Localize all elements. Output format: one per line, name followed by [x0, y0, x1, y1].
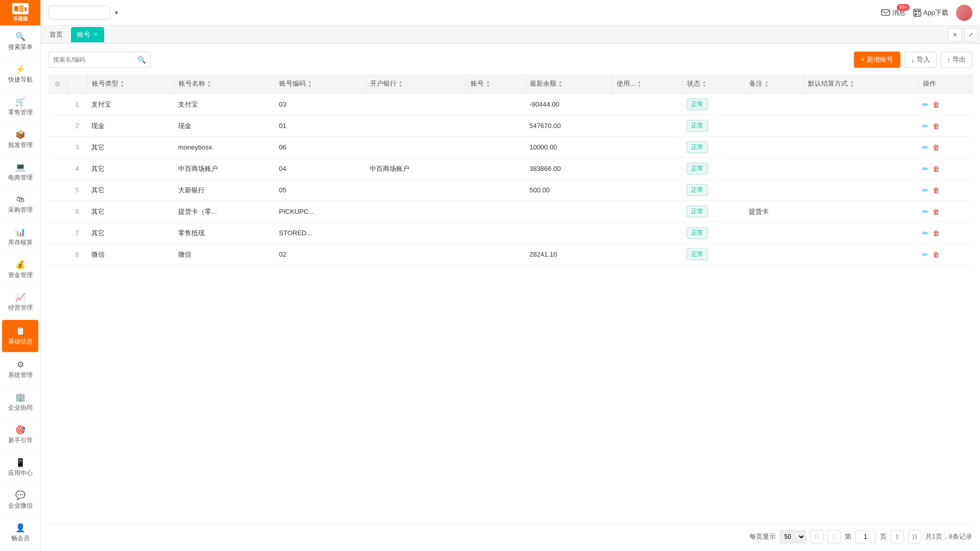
close-tab-button[interactable]: ✕: [948, 28, 962, 41]
import-button[interactable]: ↓ 导入: [904, 52, 937, 68]
edit-button-6[interactable]: ✏: [922, 229, 928, 237]
search-icon[interactable]: 🔍: [137, 56, 146, 64]
sidebar-item-ecommerce[interactable]: 💻电商管理: [0, 156, 40, 189]
delete-button-1[interactable]: 🗑: [933, 122, 940, 130]
sidebar-item-guide[interactable]: 🎯新手引导: [0, 419, 40, 452]
sidebar-item-member[interactable]: 👤畅会员: [0, 517, 40, 549]
th-type[interactable]: 账号类型▲▼: [87, 74, 174, 94]
row-remark-6: [745, 222, 804, 244]
row-action-4: ✏ 🗑: [918, 180, 972, 201]
sidebar-item-search[interactable]: 🔍搜索菜单: [0, 26, 40, 58]
sidebar-item-inventory[interactable]: 📊库存核算: [0, 221, 40, 254]
sidebar-item-appcenter[interactable]: 📱应用中心: [0, 452, 40, 484]
edit-button-2[interactable]: ✏: [922, 143, 928, 152]
last-page-button[interactable]: ⟩⟩: [908, 530, 921, 543]
settings-icon[interactable]: ⚙: [55, 80, 61, 88]
topbar-right: 消息 99+ App下载: [881, 5, 972, 21]
sidebar-icon-guide: 🎯: [3, 425, 38, 435]
sidebar-item-quick[interactable]: ⚡快捷导航: [0, 58, 40, 91]
status-badge-2: 正常: [687, 141, 708, 153]
sidebar-item-wholesale[interactable]: 📦批发管理: [0, 123, 40, 156]
th-usage[interactable]: 使用...▲▼: [612, 74, 682, 94]
delete-button-2[interactable]: 🗑: [933, 143, 940, 152]
sidebar-item-system[interactable]: ⚙系统管理: [0, 354, 40, 386]
row-payment-3: [804, 158, 919, 180]
delete-button-5[interactable]: 🗑: [933, 208, 940, 216]
row-num-6: 7: [67, 222, 87, 244]
row-balance-0: -90444.00: [525, 94, 612, 115]
message-button[interactable]: 消息 99+: [881, 8, 905, 17]
account-table-wrap: ⚙ 账号类型▲▼ 账号名称▲▼ 账号编码▲▼ 开户银行▲▼ 账号▲▼ 最新余额▲…: [48, 74, 972, 520]
edit-button-3[interactable]: ✏: [922, 165, 928, 173]
edit-button-4[interactable]: ✏: [922, 186, 928, 194]
user-avatar[interactable]: [956, 5, 972, 21]
row-balance-2: 10000.00: [525, 137, 612, 158]
topbar-left: ▾: [48, 6, 118, 20]
svg-rect-8: [918, 13, 919, 14]
row-type-3: 其它: [87, 158, 174, 180]
row-balance-1: 547670.00: [525, 115, 612, 137]
prev-page-button[interactable]: ⟨: [827, 530, 841, 543]
row-code-7: 02: [275, 244, 366, 265]
tab-account[interactable]: 账号✕: [71, 27, 104, 42]
svg-rect-2: [24, 7, 27, 11]
export-button[interactable]: ↑ 导出: [941, 52, 973, 68]
sidebar-item-basic[interactable]: 📋基础信息: [2, 320, 38, 353]
row-settings-6: [48, 222, 67, 244]
status-badge-3: 正常: [687, 163, 708, 174]
row-name-4: 大新银行: [174, 180, 275, 201]
sidebar-item-finance[interactable]: 💰资金管理: [0, 254, 40, 286]
row-status-7: 正常: [682, 244, 745, 265]
topbar-dropdown[interactable]: ▾: [115, 9, 118, 16]
sidebar-item-retail[interactable]: 🛒零售管理: [0, 91, 40, 123]
page-size-select[interactable]: 50 20 100: [780, 530, 806, 543]
th-payment[interactable]: 默认结算方式▲▼: [804, 74, 919, 94]
row-status-6: 正常: [682, 222, 745, 244]
th-status[interactable]: 状态▲▼: [682, 74, 745, 94]
edit-button-0[interactable]: ✏: [922, 101, 928, 109]
th-code[interactable]: 账号编码▲▼: [275, 74, 366, 94]
row-status-0: 正常: [682, 94, 745, 115]
message-badge: 99+: [897, 4, 910, 11]
row-usage-5: [612, 201, 682, 222]
th-settings: ⚙: [48, 74, 67, 94]
delete-button-6[interactable]: 🗑: [933, 229, 940, 237]
table-row: 7 其它 零售抵现 STORED... 正常 ✏ 🗑: [48, 222, 972, 244]
sidebar-item-enterprise[interactable]: 🏢企业协同: [0, 386, 40, 419]
topbar-search-input[interactable]: [48, 6, 110, 20]
delete-button-7[interactable]: 🗑: [933, 251, 940, 259]
delete-button-0[interactable]: 🗑: [933, 101, 940, 109]
row-settings-7: [48, 244, 67, 265]
app-download-button[interactable]: App下载: [913, 8, 948, 17]
add-account-label: + 新增账号: [861, 55, 893, 64]
sidebar-label-guide: 新手引导: [3, 436, 38, 445]
th-action: 操作: [918, 74, 972, 94]
row-num-0: 1: [67, 94, 87, 115]
row-name-7: 微信: [174, 244, 275, 265]
tab-close-account[interactable]: ✕: [93, 31, 98, 38]
page-input[interactable]: [855, 530, 876, 543]
table-row: 5 其它 大新银行 05 500.00 正常 ✏ 🗑: [48, 180, 972, 201]
add-account-button[interactable]: + 新增账号: [854, 52, 900, 68]
edit-button-7[interactable]: ✏: [922, 251, 928, 259]
first-page-button[interactable]: ⟨⟨: [810, 530, 823, 543]
th-bank[interactable]: 开户银行▲▼: [365, 74, 466, 94]
row-payment-0: [804, 94, 919, 115]
sidebar-item-operations[interactable]: 📈经营管理: [0, 286, 40, 319]
search-input[interactable]: [53, 56, 137, 63]
tab-home[interactable]: 首页: [43, 27, 69, 42]
next-page-button[interactable]: ⟩: [891, 530, 904, 543]
th-balance[interactable]: 最新余额▲▼: [525, 74, 612, 94]
th-name[interactable]: 账号名称▲▼: [174, 74, 275, 94]
delete-button-3[interactable]: 🗑: [933, 165, 940, 173]
edit-button-5[interactable]: ✏: [922, 208, 928, 216]
delete-button-4[interactable]: 🗑: [933, 186, 940, 194]
sidebar-icon-system: ⚙: [3, 360, 38, 369]
maximize-button[interactable]: ⤢: [964, 28, 977, 41]
th-remark[interactable]: 备注▲▼: [745, 74, 804, 94]
th-account[interactable]: 账号▲▼: [467, 74, 525, 94]
sidebar-item-purchase[interactable]: 🛍采购管理: [0, 189, 40, 221]
sidebar-item-wecom[interactable]: 💬企业微信: [0, 484, 40, 517]
sidebar-label-basic: 基础信息: [5, 337, 36, 346]
edit-button-1[interactable]: ✏: [922, 122, 928, 130]
